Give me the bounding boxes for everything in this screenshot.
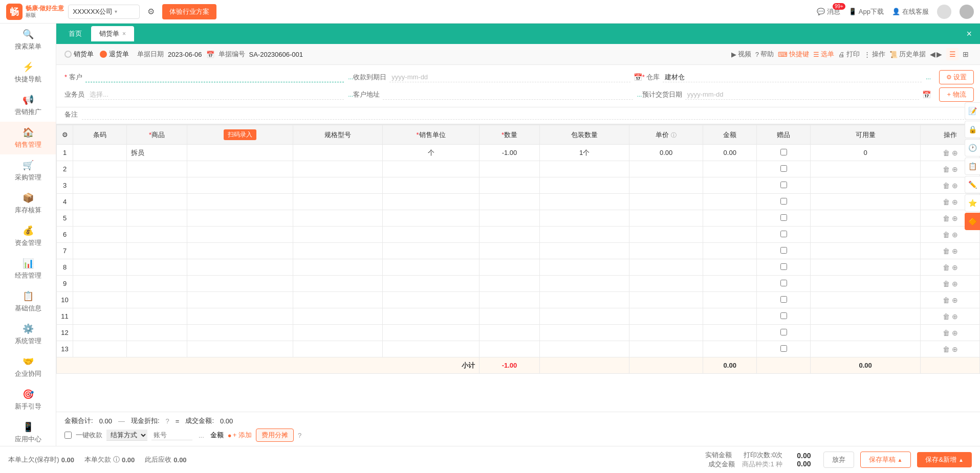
tab-home[interactable]: 首页: [60, 26, 90, 41]
video-tool[interactable]: ▶ 视频: [731, 50, 751, 59]
row-spec[interactable]: [293, 276, 383, 292]
th-scan[interactable]: 扫码录入: [187, 125, 293, 145]
save-draft-button[interactable]: 保存草稿 ▲: [860, 452, 911, 468]
row-product[interactable]: [126, 341, 187, 357]
rfp-star-btn[interactable]: ⭐: [965, 194, 980, 212]
row-unit[interactable]: [383, 325, 479, 341]
row-gift[interactable]: [757, 177, 811, 194]
row-unit[interactable]: 个: [383, 145, 479, 161]
row-price[interactable]: [629, 325, 703, 341]
sidebar-item-guide[interactable]: 🎯 新手引导: [0, 384, 56, 416]
row-pkg-qty[interactable]: [540, 194, 629, 210]
row-barcode[interactable]: [73, 161, 127, 177]
warehouse-input[interactable]: [663, 72, 922, 82]
row-unit[interactable]: [383, 308, 479, 325]
row-product[interactable]: [126, 194, 187, 210]
rfp-clock-btn[interactable]: 🕐: [965, 139, 980, 156]
row-price[interactable]: [629, 161, 703, 177]
one-click-checkbox[interactable]: [64, 432, 72, 439]
row-spec[interactable]: [293, 161, 383, 177]
row-gift[interactable]: [757, 341, 811, 357]
salesperson-input[interactable]: [88, 89, 344, 100]
copy-row-icon[interactable]: ⊕: [952, 312, 958, 321]
gift-checkbox[interactable]: [780, 312, 787, 319]
row-barcode[interactable]: [73, 227, 127, 243]
sidebar-item-system[interactable]: ⚙️ 系统管理: [0, 318, 56, 351]
delete-row-icon[interactable]: 🗑: [943, 329, 950, 337]
row-barcode[interactable]: [73, 243, 127, 259]
row-pkg-qty[interactable]: [540, 227, 629, 243]
expense-button[interactable]: 费用分摊: [256, 429, 294, 442]
customer-addr-input[interactable]: [383, 89, 633, 100]
copy-row-icon[interactable]: ⊕: [952, 296, 958, 304]
copy-row-icon[interactable]: ⊕: [952, 231, 958, 239]
row-pkg-qty[interactable]: [540, 177, 629, 194]
row-spec[interactable]: [293, 210, 383, 227]
row-product[interactable]: [126, 276, 187, 292]
next-arrow-icon[interactable]: ▶: [937, 50, 942, 58]
row-pkg-qty[interactable]: [540, 161, 629, 177]
service-button[interactable]: 👤 在线客服: [892, 7, 929, 16]
delete-row-icon[interactable]: 🗑: [943, 247, 950, 255]
message-button[interactable]: 💬 消息 99+: [817, 7, 840, 16]
row-qty[interactable]: [479, 292, 540, 308]
discount-help-icon[interactable]: ?: [166, 417, 169, 425]
row-gift[interactable]: [757, 161, 811, 177]
gift-checkbox[interactable]: [780, 296, 787, 303]
gift-checkbox[interactable]: [780, 198, 787, 205]
calendar-icon[interactable]: 📅: [206, 51, 214, 58]
row-qty[interactable]: [479, 325, 540, 341]
row-amount[interactable]: 0.00: [703, 145, 757, 161]
delete-row-icon[interactable]: 🗑: [943, 296, 950, 304]
row-amount[interactable]: [703, 243, 757, 259]
row-pkg-qty[interactable]: [540, 210, 629, 227]
choosedoc-tool[interactable]: ☰ 选单: [813, 50, 834, 59]
shortcut-tool[interactable]: ⌨ 快捷键: [778, 50, 809, 59]
row-qty[interactable]: [479, 308, 540, 325]
sidebar-item-enterprise[interactable]: 🤝 企业协同: [0, 351, 56, 384]
delete-row-icon[interactable]: 🗑: [943, 214, 950, 222]
row-price[interactable]: [629, 227, 703, 243]
gift-checkbox[interactable]: [780, 247, 787, 254]
row-product[interactable]: [126, 259, 187, 276]
row-gift[interactable]: [757, 292, 811, 308]
row-price[interactable]: [629, 259, 703, 276]
row-pkg-qty[interactable]: 1个: [540, 145, 629, 161]
copy-row-icon[interactable]: ⊕: [952, 214, 958, 222]
help-tool[interactable]: ? 帮助: [755, 50, 774, 59]
delete-row-icon[interactable]: 🗑: [943, 198, 950, 206]
row-pkg-qty[interactable]: [540, 243, 629, 259]
row-amount[interactable]: [703, 210, 757, 227]
copy-row-icon[interactable]: ⊕: [952, 329, 958, 337]
grid-view-icon[interactable]: ⊞: [960, 48, 972, 60]
row-spec[interactable]: [293, 194, 383, 210]
experience-button[interactable]: 体验行业方案: [162, 4, 216, 19]
row-spec[interactable]: [293, 243, 383, 259]
row-product[interactable]: [126, 227, 187, 243]
delete-row-icon[interactable]: 🗑: [943, 149, 950, 157]
delete-row-icon[interactable]: 🗑: [943, 345, 950, 353]
row-product[interactable]: [126, 243, 187, 259]
copy-row-icon[interactable]: ⊕: [952, 165, 958, 173]
row-qty[interactable]: [479, 259, 540, 276]
radio-sales[interactable]: 销货单: [64, 50, 94, 59]
row-price[interactable]: [629, 194, 703, 210]
gift-checkbox[interactable]: [780, 329, 787, 335]
row-amount[interactable]: [703, 292, 757, 308]
row-barcode[interactable]: [73, 292, 127, 308]
row-barcode[interactable]: [73, 177, 127, 194]
row-product[interactable]: [126, 292, 187, 308]
row-spec[interactable]: [293, 145, 383, 161]
company-selector[interactable]: XXXXXX公司 ▾: [68, 5, 140, 19]
row-qty[interactable]: [479, 341, 540, 357]
row-gift[interactable]: [757, 259, 811, 276]
row-barcode[interactable]: [73, 325, 127, 341]
row-pkg-qty[interactable]: [540, 259, 629, 276]
row-pkg-qty[interactable]: [540, 341, 629, 357]
expense-help-icon[interactable]: ?: [298, 432, 301, 439]
delete-row-icon[interactable]: 🗑: [943, 263, 950, 272]
row-unit[interactable]: [383, 276, 479, 292]
row-amount[interactable]: [703, 227, 757, 243]
due-date-cal-icon[interactable]: 📅: [634, 73, 642, 81]
row-gift[interactable]: [757, 325, 811, 341]
